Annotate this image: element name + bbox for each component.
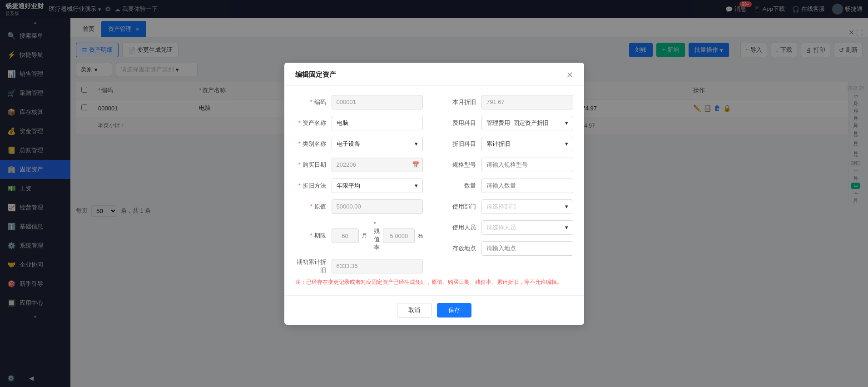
depreciation-method-select[interactable]: 年限平均 ▾	[332, 179, 423, 193]
monthly-depreciation-input	[481, 95, 573, 109]
monthly-depreciation-field: 本月折旧	[445, 95, 573, 109]
purchase-date-field: * 购买日期 📅	[295, 158, 423, 172]
depsubject-dropdown-icon: ▾	[565, 140, 568, 147]
quantity-field: 数量	[445, 179, 573, 193]
method-dropdown-icon: ▾	[415, 182, 418, 189]
category-dropdown-icon: ▾	[415, 140, 418, 147]
modal-overlay: 编辑固定资产 ✕ * 编码	[0, 0, 868, 387]
modal-close-icon[interactable]: ✕	[566, 70, 573, 80]
expense-subject-select[interactable]: 管理费用_固定资产折旧 ▾	[481, 116, 573, 130]
purchase-date-input[interactable]	[332, 158, 423, 172]
initial-depreciation-field: 期初累计折旧	[295, 258, 423, 274]
save-button[interactable]: 保存	[437, 303, 471, 318]
edit-asset-modal: 编辑固定资产 ✕ * 编码	[284, 63, 584, 325]
modal-note: 注：已经存在变更记录或者对应固定资产已经生成凭证，原值、购买日期、残值率、累计折…	[295, 278, 573, 286]
code-input[interactable]	[332, 95, 423, 109]
user-select[interactable]: 请选择人员 ▾	[481, 220, 573, 235]
expense-subject-field: 费用科目 管理费用_固定资产折旧 ▾	[445, 116, 573, 130]
calendar-icon[interactable]: 📅	[412, 161, 419, 168]
cancel-button[interactable]: 取消	[397, 303, 432, 318]
department-select[interactable]: 请选择部门 ▾	[481, 199, 573, 214]
user-field: 使用人员 请选择人员 ▾	[445, 220, 573, 235]
department-dropdown-icon: ▾	[565, 203, 568, 210]
depreciation-subject-select[interactable]: 累计折旧 ▾	[481, 137, 573, 151]
location-input[interactable]	[481, 241, 573, 256]
period-field: * 期限 月 * 残值率	[295, 220, 423, 252]
depreciation-method-field: * 折旧方法 年限平均 ▾	[295, 179, 423, 193]
spec-input[interactable]	[481, 158, 573, 172]
spec-field: 规格型号	[445, 158, 573, 172]
modal-footer: 取消 保存	[284, 295, 584, 325]
initial-depreciation-input[interactable]	[332, 259, 423, 273]
depreciation-subject-field: 折旧科目 累计折旧 ▾	[445, 137, 573, 151]
quantity-input[interactable]	[481, 179, 573, 193]
original-value-input[interactable]	[332, 199, 423, 214]
user-dropdown-icon: ▾	[565, 224, 568, 231]
code-field: * 编码	[295, 95, 423, 109]
modal-title: 编辑固定资产	[295, 70, 336, 79]
category-select[interactable]: 电子设备 ▾	[332, 137, 423, 151]
expense-dropdown-icon: ▾	[565, 119, 568, 126]
modal-body: * 编码 * 资产名称	[284, 86, 584, 295]
department-field: 使用部门 请选择部门 ▾	[445, 199, 573, 214]
asset-name-field: * 资产名称	[295, 116, 423, 130]
period-input[interactable]	[332, 228, 359, 243]
modal-header: 编辑固定资产 ✕	[284, 63, 584, 86]
residual-rate-input[interactable]	[383, 228, 415, 243]
original-value-field: * 原值	[295, 199, 423, 214]
location-field: 存放地点	[445, 241, 573, 256]
category-field: * 类别名称 电子设备 ▾	[295, 137, 423, 151]
asset-name-input[interactable]	[332, 116, 423, 130]
